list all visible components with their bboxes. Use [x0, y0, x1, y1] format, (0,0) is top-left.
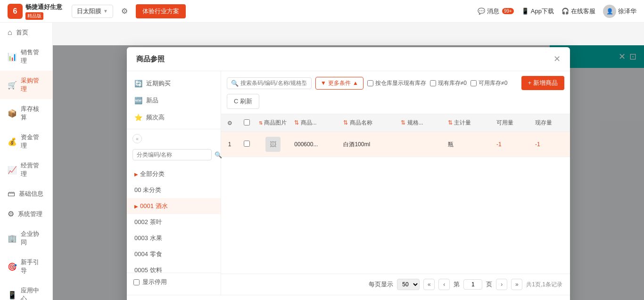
sidebar-item-operations[interactable]: 📈 经营管理	[0, 156, 52, 184]
recent-icon: 🔄	[134, 80, 142, 87]
app-center-icon: 📱	[8, 291, 17, 300]
category-item-3[interactable]: 0003 水果	[127, 230, 221, 246]
row-name: 白酒100ml	[339, 132, 397, 157]
row-checkbox-cell	[238, 132, 255, 157]
available-stock-filter: 可用库存≠0	[471, 79, 507, 87]
col-header-checkbox	[238, 114, 255, 132]
search-input[interactable]	[240, 80, 306, 86]
show-disabled-row: 显示停用	[127, 273, 221, 291]
settings-icon[interactable]: ⚙	[117, 4, 132, 19]
nav-item-new[interactable]: 🆕 新品	[127, 92, 221, 109]
online-service-button[interactable]: 🎧 在线客服	[561, 7, 595, 16]
sidebar-item-inventory[interactable]: 📦 库存核算	[0, 99, 52, 127]
category-item-2[interactable]: 0002 茶叶	[127, 214, 221, 230]
basic-info-icon: 🗃	[8, 190, 15, 198]
collapse-panel-button[interactable]: «	[132, 134, 142, 143]
category-item-5[interactable]: 0005 饮料	[127, 262, 221, 273]
nav-divider	[127, 129, 221, 129]
filter-up-icon: ▲	[353, 80, 358, 86]
sidebar-item-purchase[interactable]: 🛒 采购管理	[0, 71, 52, 99]
app-download-button[interactable]: 📱 App下载	[521, 7, 554, 16]
available-stock-checkbox[interactable]	[471, 80, 477, 86]
guide-icon: 🎯	[8, 262, 17, 271]
sort-code-icon[interactable]: ⇅	[294, 119, 299, 126]
sidebar-item-enterprise[interactable]: 🏢 企业协同	[0, 224, 52, 252]
current-stock-checkbox[interactable]	[430, 80, 436, 86]
row-stock: -1	[531, 132, 570, 157]
sidebar-item-home[interactable]: ⌂ 首页	[0, 23, 52, 42]
row-checkbox[interactable]	[244, 141, 250, 147]
messages-button[interactable]: 💬 消息 99+	[478, 7, 514, 16]
product-image: 🖼	[265, 137, 281, 152]
category-item-1[interactable]: ▶ 0001 酒水	[127, 198, 221, 214]
select-all-checkbox[interactable]	[244, 119, 250, 125]
modal-header: 商品参照 ✕	[127, 47, 570, 71]
user-profile[interactable]: 👤 徐泽华	[603, 5, 636, 18]
category-all[interactable]: ▶ 全部分类	[127, 166, 221, 182]
show-disabled-checkbox[interactable]	[133, 279, 140, 285]
sidebar-item-sales[interactable]: 📊 销售管理	[0, 42, 52, 71]
row-num: 1	[221, 132, 238, 157]
page-info: 共1页,1条记录	[526, 281, 562, 289]
next-page-button[interactable]: ›	[496, 279, 507, 290]
row-unit: 瓶	[444, 132, 493, 157]
enterprise-icon: 🏢	[8, 234, 17, 243]
sort-spec-icon[interactable]: ⇅	[401, 119, 405, 126]
refresh-button-modal[interactable]: C 刷新	[227, 94, 259, 109]
modal-close-button[interactable]: ✕	[553, 54, 561, 64]
prev-page-button[interactable]: ‹	[438, 279, 450, 290]
warehouse-checkbox[interactable]	[367, 80, 373, 86]
finance-icon: 💰	[8, 137, 17, 146]
purchase-icon: 🛒	[8, 81, 17, 90]
col-header-stock: 现存量	[531, 114, 570, 132]
sidebar-item-basic-info[interactable]: 🗃 基础信息	[0, 184, 52, 204]
home-icon: ⌂	[8, 28, 12, 37]
new-icon: 🆕	[134, 97, 142, 104]
col-header-spec: ⇅ 规格...	[397, 114, 444, 132]
row-img-cell: 🖼	[255, 132, 290, 157]
main-area: 查询 设置 刷新 ✕ ⊡ 商品参照 ✕ 🔄 近期购买	[53, 45, 644, 300]
sidebar-item-guide[interactable]: 🎯 新手引导	[0, 252, 52, 281]
store-arrow-icon: ▼	[103, 8, 108, 14]
warehouse-filter: 按仓库显示现有库存	[367, 79, 426, 87]
trial-button[interactable]: 体验行业方案	[136, 4, 186, 18]
first-page-button[interactable]: «	[423, 279, 435, 290]
filter-icon: ▼	[321, 80, 326, 86]
inventory-icon: 📦	[8, 109, 17, 118]
page-size-select[interactable]: 50	[397, 279, 420, 290]
page-label: 第	[454, 280, 460, 289]
category-search-input[interactable]	[132, 149, 212, 160]
product-reference-modal: 商品参照 ✕ 🔄 近期购买 🆕 新品 ⭐	[127, 47, 570, 300]
nav-item-frequent[interactable]: ⭐ 频次高	[127, 109, 221, 126]
col-header-settings[interactable]: ⚙	[221, 114, 238, 132]
sales-icon: 📊	[8, 52, 17, 61]
last-page-button[interactable]: »	[511, 279, 522, 290]
table-row[interactable]: 1 🖼 000600...	[221, 132, 570, 157]
store-selector[interactable]: 日太阳膜 ▼	[72, 5, 113, 18]
avatar: 👤	[603, 5, 616, 18]
category-item-4[interactable]: 0004 零食	[127, 246, 221, 262]
nav-item-recent[interactable]: 🔄 近期购买	[127, 75, 221, 92]
category-item-0[interactable]: 00 未分类	[127, 182, 221, 198]
add-product-button[interactable]: + 新增商品	[521, 76, 564, 90]
page-input[interactable]	[463, 279, 482, 290]
sort-unit-icon[interactable]: ⇅	[448, 119, 453, 126]
left-panel: 🔄 近期购买 🆕 新品 ⭐ 频次高 «	[127, 71, 221, 295]
sort-img-icon[interactable]: ⇅	[259, 120, 263, 125]
logo-icon: 6	[8, 4, 23, 19]
messages-badge: 99+	[502, 8, 514, 14]
modal-title: 商品参照	[136, 55, 165, 64]
sort-name-icon[interactable]: ⇅	[343, 119, 348, 126]
filter-button[interactable]: ▼ 更多条件 ▲	[315, 77, 363, 90]
row-available: -1	[493, 132, 531, 157]
topbar: 6 畅捷通好生意 精品版 日太阳膜 ▼ ⚙ 体验行业方案 💬 消息 99+ 📱 …	[0, 0, 644, 23]
right-panel: 🔍 ▼ 更多条件 ▲ 按仓库显示现有库存	[221, 71, 570, 295]
sidebar: ⌂ 首页 📊 销售管理 🛒 采购管理 📦 库存核算 💰 资金管理 📈 经营管理 …	[0, 23, 53, 300]
row-code: 000600...	[290, 132, 339, 157]
sidebar-item-app-center[interactable]: 📱 应用中心	[0, 281, 52, 300]
sidebar-item-system[interactable]: ⚙ 系统管理	[0, 204, 52, 224]
logo-text: 畅捷通好生意 精品版	[25, 3, 62, 20]
sidebar-item-finance[interactable]: 💰 资金管理	[0, 127, 52, 156]
system-icon: ⚙	[8, 209, 14, 218]
col-header-img: ⇅ 商品图片	[255, 114, 290, 132]
